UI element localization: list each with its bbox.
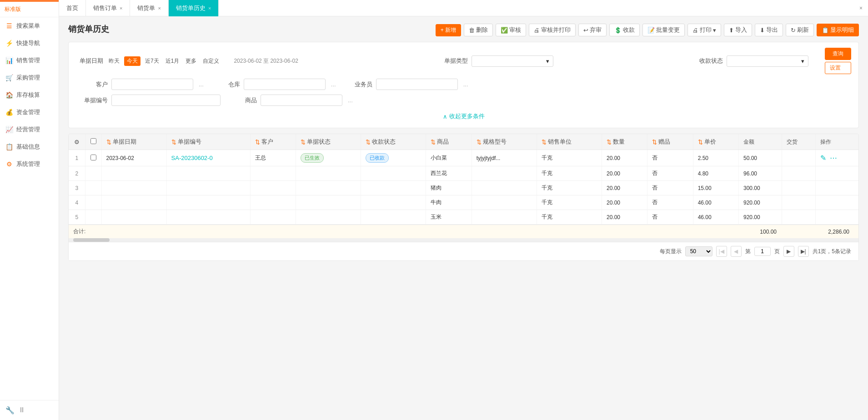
prev-page-btn[interactable]: ◀ xyxy=(731,246,742,257)
row-checkbox-2[interactable] xyxy=(85,166,101,181)
tab-sales-goods[interactable]: 销货单 × xyxy=(130,0,168,16)
delete-button[interactable]: 🗑 删除 xyxy=(464,24,493,36)
sort-customer[interactable]: ⇅ 客户 xyxy=(255,138,291,146)
tab-sales-order-close[interactable]: × xyxy=(120,5,122,11)
row-goods-1: 小白菜 xyxy=(426,150,472,166)
row-checkbox-5[interactable] xyxy=(85,210,101,225)
settings-bottom-icon[interactable]: 🔧 xyxy=(5,406,15,415)
sales-icon: 📊 xyxy=(5,57,13,64)
sidebar-item-sys[interactable]: ⚙ 系统管理 xyxy=(0,155,59,173)
last-page-btn[interactable]: ▶| xyxy=(798,246,809,257)
row-1-checkbox[interactable] xyxy=(90,155,96,160)
date-option-today[interactable]: 今天 xyxy=(124,56,140,66)
tab-sales-history-close[interactable]: × xyxy=(208,5,211,11)
row-goods-5: 玉米 xyxy=(426,210,472,225)
table-settings-icon[interactable]: ⚙ xyxy=(74,139,80,145)
type-filter-select[interactable]: ▾ xyxy=(472,55,553,67)
goods-dots[interactable]: ... xyxy=(348,97,353,104)
collapse-filter-button[interactable]: ∧ 收起更多条件 xyxy=(76,110,851,122)
sidebar-item-ops[interactable]: 📈 经营管理 xyxy=(0,121,59,138)
sort-date[interactable]: ⇅ 单据日期 xyxy=(106,138,162,146)
select-all-checkbox[interactable] xyxy=(90,138,96,144)
customer-dots[interactable]: ... xyxy=(199,81,204,88)
page-number-input[interactable] xyxy=(754,247,771,256)
sort-gift[interactable]: ⇅ 赠品 xyxy=(652,138,688,146)
first-page-btn[interactable]: |◀ xyxy=(716,246,727,257)
next-page-btn[interactable]: ▶ xyxy=(783,246,794,257)
customer-input[interactable] xyxy=(111,79,193,90)
tab-sales-goods-close[interactable]: × xyxy=(158,5,161,11)
sort-spec[interactable]: ⇅ 规格型号 xyxy=(477,138,532,146)
per-page-select[interactable]: 50 100 200 xyxy=(685,246,712,256)
print-button[interactable]: 🖨 打印 ▾ xyxy=(687,24,721,36)
collect-button[interactable]: 💲 收款 xyxy=(609,24,640,36)
sort-icon: ⇅ xyxy=(652,139,657,145)
filter-settings-button[interactable]: 设置 xyxy=(825,62,851,74)
show-detail-button[interactable]: 📋 显示明细 xyxy=(817,24,859,36)
inventory-icon: 🏠 xyxy=(5,91,13,99)
sidebar-item-search-menu[interactable]: ☰ 搜索菜单 xyxy=(0,17,59,35)
sort-paystatus[interactable]: ⇅ 收款状态 xyxy=(366,138,421,146)
row-amount-4: 920.00 xyxy=(738,195,782,210)
sort-docstatus[interactable]: ⇅ 单据状态 xyxy=(301,138,356,146)
sidebar-item-sales[interactable]: 📊 销售管理 xyxy=(0,52,59,69)
row-1-more-btn[interactable]: ⋯ xyxy=(830,154,837,162)
th-price: ⇅ 单价 xyxy=(693,134,738,150)
purchase-icon: 🛒 xyxy=(5,74,13,81)
date-option-more[interactable]: 更多 xyxy=(184,56,198,66)
pay-status-select[interactable]: ▾ xyxy=(727,55,808,67)
sort-unit[interactable]: ⇅ 销售单位 xyxy=(542,138,597,146)
tab-home[interactable]: 首页 xyxy=(59,0,86,16)
sidebar-item-basic-info[interactable]: 📋 基础信息 xyxy=(0,138,59,155)
row-amount-2: 96.00 xyxy=(738,166,782,181)
tab-sales-history[interactable]: 销货单历史 × xyxy=(169,0,219,16)
scroll-thumb[interactable] xyxy=(73,238,110,242)
th-customer: ⇅ 客户 xyxy=(250,134,296,150)
export-button[interactable]: ⬇ 导出 xyxy=(755,24,783,36)
row-1-edit-btn[interactable]: ✎ xyxy=(820,154,826,162)
sidebar-item-quick-nav[interactable]: ⚡ 快捷导航 xyxy=(0,35,59,52)
sidebar-item-inventory[interactable]: 🏠 库存核算 xyxy=(0,86,59,104)
sort-icon: ⇅ xyxy=(607,139,612,145)
row-spec-3 xyxy=(472,181,537,195)
batch-change-button[interactable]: 📝 批量变更 xyxy=(642,24,685,36)
th-date: ⇅ 单据日期 xyxy=(101,134,166,150)
agent-input[interactable] xyxy=(376,79,458,90)
th-goods: ⇅ 商品 xyxy=(426,134,472,150)
sort-qty[interactable]: ⇅ 数量 xyxy=(607,138,642,146)
row-checkbox-1[interactable] xyxy=(85,150,101,166)
audit-button[interactable]: ✅ 审核 xyxy=(496,24,526,36)
date-option-1month[interactable]: 近1月 xyxy=(164,56,181,66)
sidebar-item-finance[interactable]: 💰 资金管理 xyxy=(0,104,59,121)
new-button[interactable]: + 新增 xyxy=(436,24,461,36)
th-checkbox[interactable] xyxy=(85,134,101,150)
th-trade: 交货 xyxy=(782,134,815,150)
th-settings[interactable]: ⚙ xyxy=(69,134,85,150)
th-qty-label: 数量 xyxy=(613,138,625,146)
warehouse-dots[interactable]: ... xyxy=(331,81,336,88)
sort-goods[interactable]: ⇅ 商品 xyxy=(431,138,467,146)
agent-dots[interactable]: ... xyxy=(463,81,468,88)
abandon-button[interactable]: ↩ 弃审 xyxy=(578,24,607,36)
date-option-7days[interactable]: 近7天 xyxy=(143,56,161,66)
tab-sales-order[interactable]: 销售订单 × xyxy=(86,0,130,16)
audit-print-button[interactable]: 🖨 审核并打印 xyxy=(529,24,576,36)
sidebar-item-purchase[interactable]: 🛒 采购管理 xyxy=(0,69,59,86)
docnum-input[interactable] xyxy=(111,95,221,106)
row-checkbox-4[interactable] xyxy=(85,195,101,210)
pause-bottom-icon[interactable]: ⏸ xyxy=(18,406,25,415)
close-all-tabs-button[interactable]: × xyxy=(854,5,868,11)
horizontal-scrollbar[interactable] xyxy=(69,238,858,242)
sort-price[interactable]: ⇅ 单价 xyxy=(698,138,734,146)
warehouse-input[interactable] xyxy=(244,79,326,90)
date-option-yesterday[interactable]: 昨天 xyxy=(107,56,121,66)
date-option-custom[interactable]: 自定义 xyxy=(201,56,221,66)
import-button[interactable]: ⬆ 导入 xyxy=(724,24,752,36)
refresh-button[interactable]: ↻ 刷新 xyxy=(786,24,814,36)
row-checkbox-3[interactable] xyxy=(85,181,101,195)
th-price-label: 单价 xyxy=(704,138,716,146)
goods-input[interactable] xyxy=(261,95,342,106)
sort-docnum[interactable]: ⇅ 单据编号 xyxy=(171,138,246,146)
row-1-docnum-link[interactable]: SA-20230602-0 xyxy=(171,155,213,161)
query-button[interactable]: 查询 xyxy=(825,48,851,60)
